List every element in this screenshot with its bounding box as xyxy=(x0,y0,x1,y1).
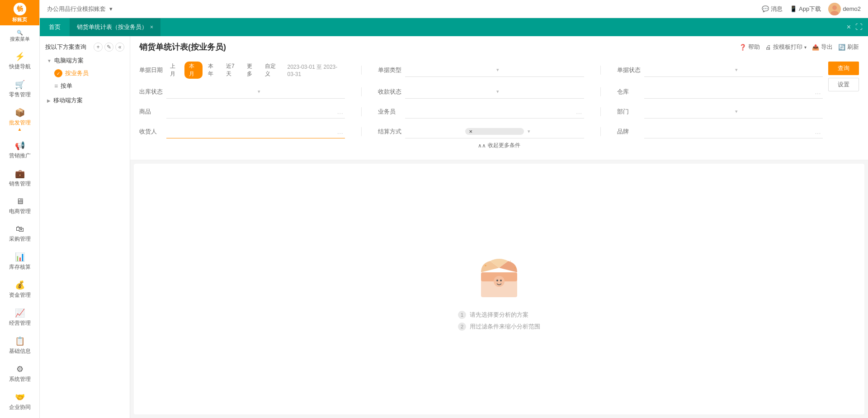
sidebar-item-newuser[interactable]: 🌟 新手引导 xyxy=(0,416,39,418)
field-group-staff: 业务员 … xyxy=(378,105,584,119)
topbar-title: 办公用品行业模拟账套 xyxy=(47,5,106,13)
date-tab-thisyear[interactable]: 本年 xyxy=(204,62,221,79)
refresh-btn[interactable]: 🔄 刷新 xyxy=(838,43,859,51)
collapse-btn[interactable]: ∧∧ 收起更多条件 xyxy=(472,140,526,151)
export-btn[interactable]: 📤 导出 xyxy=(812,43,833,51)
outstatus-select[interactable]: ▾ xyxy=(166,85,345,99)
sidebar-item-retail[interactable]: 🛒 零售管理 xyxy=(0,75,39,103)
consignee-field: … xyxy=(166,125,345,138)
consignee-label: 收货人 xyxy=(139,128,163,136)
tree-group-mobile-label: 移动端方案 xyxy=(53,96,83,104)
settle-x-icon: × xyxy=(467,128,522,135)
sidebar-item-purchase[interactable]: 🛍 采购管理 xyxy=(0,220,39,247)
date-tab-more[interactable]: 更多 xyxy=(243,62,259,79)
warehouse-dots[interactable]: … xyxy=(813,88,823,95)
field-group-consignee: 收货人 … xyxy=(139,125,345,138)
empty-tips: 1 请先选择要分析的方案 2 用过滤条件来缩小分析范围 xyxy=(458,311,540,331)
collapse-row: ∧∧ 收起更多条件 xyxy=(139,138,859,154)
staff-dots[interactable]: … xyxy=(574,108,584,115)
tree-item-by-order[interactable]: ≡ 按单 xyxy=(51,80,126,92)
tree-group-mobile-header[interactable]: ▶ 移动端方案 xyxy=(43,94,126,107)
goods-dots[interactable]: … xyxy=(335,108,345,115)
docstatus-select[interactable]: ▾ xyxy=(644,63,823,77)
sidebar: 畅 标账页 🔍 搜索菜单 ⚡ 快捷导航 🛒 零售管理 📦 批发管理 ▲ 📢 营销… xyxy=(0,0,40,418)
help-btn[interactable]: ❓ 帮助 xyxy=(739,43,760,51)
date-tab-7days[interactable]: 近7天 xyxy=(222,62,241,79)
edit-scheme-btn[interactable]: ✎ xyxy=(104,43,113,52)
svg-point-5 xyxy=(494,276,505,287)
tab-sales-summary[interactable]: 销货单统计表（按业务员） × xyxy=(70,18,160,36)
field-group-settle: 结算方式 × ▾ xyxy=(378,125,584,138)
divider-4 xyxy=(600,87,601,96)
topbar-right: 💬 消息 📱 App下载 demo2 xyxy=(762,3,861,15)
print-icon: 🖨 xyxy=(765,44,771,51)
doctype-select[interactable]: ▾ xyxy=(405,63,584,77)
ecommerce-icon: 🖥 xyxy=(16,197,24,206)
svg-point-8 xyxy=(485,265,486,266)
collapse-panel-btn[interactable]: « xyxy=(115,43,124,52)
query-btn[interactable]: 查询 xyxy=(828,62,859,75)
consignee-input[interactable] xyxy=(166,128,335,135)
svg-point-7 xyxy=(500,280,502,281)
right-content: 销货单统计表(按业务员) ❓ 帮助 🖨 按模板打印 ▾ 📤 导出 xyxy=(130,36,868,418)
sidebar-item-search[interactable]: 🔍 搜索菜单 xyxy=(0,25,39,47)
close-window-btn[interactable]: × xyxy=(847,23,851,31)
settle-select[interactable]: × ▾ xyxy=(405,125,584,138)
tab-home[interactable]: 首页 xyxy=(40,18,70,36)
sidebar-item-enterprise[interactable]: 🤝 企业协同 xyxy=(0,388,39,416)
filter-row-2: 出库状态 ▾ 收款状态 ▾ xyxy=(139,85,823,99)
date-tab-custom[interactable]: 自定义 xyxy=(261,62,282,79)
date-tabs: 上月 本月 本年 近7天 更多 自定义 xyxy=(166,62,282,79)
inventory-icon: 📊 xyxy=(15,252,25,262)
refresh-icon: 🔄 xyxy=(838,44,845,51)
tab-close-btn[interactable]: × xyxy=(150,24,153,30)
warehouse-input[interactable] xyxy=(644,88,813,95)
date-tab-lastmonth[interactable]: 上月 xyxy=(166,62,183,79)
dept-select[interactable]: ▾ xyxy=(644,105,823,119)
collectstatus-label: 收款状态 xyxy=(378,88,401,96)
logo-icon: 畅 xyxy=(14,3,26,15)
print-dropdown-icon: ▾ xyxy=(804,45,807,50)
sidebar-item-operation[interactable]: 📈 经营管理 xyxy=(0,304,39,332)
field-group-date: 单据日期 上月 本月 本年 近7天 更多 自定义 xyxy=(139,62,345,79)
app-logo: 畅 标账页 xyxy=(0,0,40,25)
sidebar-item-quicknav[interactable]: ⚡ 快捷导航 xyxy=(0,47,39,75)
date-tab-thismonth[interactable]: 本月 xyxy=(184,62,203,79)
panel-header: 按以下方案查询 + ✎ « xyxy=(40,40,130,54)
sidebar-item-basic[interactable]: 📋 基础信息 xyxy=(0,332,39,360)
svg-point-6 xyxy=(496,280,498,281)
brand-input[interactable] xyxy=(644,128,813,135)
print-btn[interactable]: 🖨 按模板打印 ▾ xyxy=(765,43,807,51)
staff-input[interactable] xyxy=(405,108,574,115)
settle-clear-tag[interactable]: × xyxy=(465,128,524,135)
empty-tip-2: 2 用过滤条件来缩小分析范围 xyxy=(458,323,540,331)
active-indicator: ✓ xyxy=(54,69,62,77)
sidebar-item-finance[interactable]: 💰 资金管理 xyxy=(0,276,39,304)
topbar-dropdown-icon[interactable]: ▾ xyxy=(109,5,113,12)
brand-dots[interactable]: … xyxy=(813,128,823,135)
add-scheme-btn[interactable]: + xyxy=(94,43,103,52)
sidebar-item-inventory[interactable]: 📊 库存核算 xyxy=(0,247,39,276)
filter-fields: 单据日期 上月 本月 本年 近7天 更多 自定义 xyxy=(139,62,823,138)
sidebar-item-ecommerce[interactable]: 🖥 电商管理 xyxy=(0,192,39,220)
tree-item-by-staff[interactable]: ✓ 按业务员 xyxy=(51,67,126,80)
sidebar-item-marketing[interactable]: 📢 营销推广 xyxy=(0,136,39,164)
message-btn[interactable]: 💬 消息 xyxy=(762,5,783,13)
collectstatus-select[interactable]: ▾ xyxy=(405,85,584,99)
tree-group-pc-header[interactable]: ▼ 电脑端方案 xyxy=(43,54,126,67)
svg-point-10 xyxy=(510,261,511,261)
svg-point-1 xyxy=(832,5,837,10)
quicknav-icon: ⚡ xyxy=(15,52,25,62)
download-icon: 📱 xyxy=(790,5,797,12)
sidebar-item-sales[interactable]: 💼 销售管理 xyxy=(0,164,39,192)
consignee-dots[interactable]: … xyxy=(335,128,345,135)
user-profile[interactable]: demo2 xyxy=(828,3,861,15)
sidebar-item-system[interactable]: ⚙ 系统管理 xyxy=(0,360,39,388)
divider-5 xyxy=(361,107,362,116)
maximize-window-btn[interactable]: ⛶ xyxy=(855,23,863,31)
set-btn[interactable]: 设置 xyxy=(828,78,859,91)
window-buttons: × ⛶ xyxy=(847,23,868,31)
sidebar-item-wholesale[interactable]: 📦 批发管理 ▲ xyxy=(0,103,39,136)
app-download-btn[interactable]: 📱 App下载 xyxy=(790,5,821,13)
goods-input[interactable] xyxy=(166,108,335,115)
